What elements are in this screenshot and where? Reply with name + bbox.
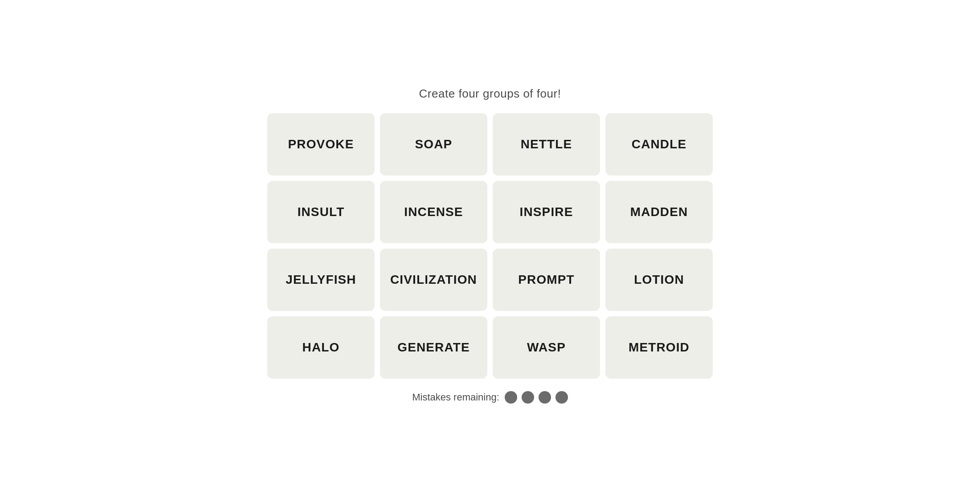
tile-wasp[interactable]: WASP: [493, 316, 600, 379]
tile-label-provoke: PROVOKE: [288, 137, 354, 151]
tile-label-inspire: INSPIRE: [520, 205, 573, 219]
tile-label-civilization: CIVILIZATION: [390, 273, 477, 287]
tile-inspire[interactable]: INSPIRE: [493, 181, 600, 243]
tile-candle[interactable]: CANDLE: [605, 113, 713, 176]
tile-label-metroid: METROID: [629, 340, 690, 355]
game-container: Create four groups of four! PROVOKESOAPN…: [267, 87, 713, 404]
tile-label-nettle: NETTLE: [521, 137, 572, 151]
mistake-dot-4: [555, 391, 568, 404]
tile-label-generate: GENERATE: [397, 340, 470, 355]
tile-halo[interactable]: HALO: [267, 316, 375, 379]
mistake-dot-2: [522, 391, 534, 404]
tile-metroid[interactable]: METROID: [605, 316, 713, 379]
tile-jellyfish[interactable]: JELLYFISH: [267, 249, 375, 311]
tile-label-jellyfish: JELLYFISH: [286, 273, 356, 287]
tile-label-candle: CANDLE: [632, 137, 686, 151]
tile-madden[interactable]: MADDEN: [605, 181, 713, 243]
mistakes-dots: [505, 391, 568, 404]
tile-nettle[interactable]: NETTLE: [493, 113, 600, 176]
tile-label-incense: INCENSE: [404, 205, 463, 219]
tile-label-wasp: WASP: [527, 340, 566, 355]
tile-civilization[interactable]: CIVILIZATION: [380, 249, 487, 311]
tile-label-halo: HALO: [302, 340, 340, 355]
tile-generate[interactable]: GENERATE: [380, 316, 487, 379]
tile-label-insult: INSULT: [298, 205, 345, 219]
tile-prompt[interactable]: PROMPT: [493, 249, 600, 311]
tile-provoke[interactable]: PROVOKE: [267, 113, 375, 176]
tile-soap[interactable]: SOAP: [380, 113, 487, 176]
tile-label-prompt: PROMPT: [518, 273, 575, 287]
subtitle: Create four groups of four!: [419, 87, 561, 101]
mistakes-label: Mistakes remaining:: [412, 392, 499, 403]
tile-lotion[interactable]: LOTION: [605, 249, 713, 311]
tile-incense[interactable]: INCENSE: [380, 181, 487, 243]
tile-label-madden: MADDEN: [630, 205, 688, 219]
tile-insult[interactable]: INSULT: [267, 181, 375, 243]
mistake-dot-1: [505, 391, 517, 404]
mistake-dot-3: [539, 391, 551, 404]
tile-label-soap: SOAP: [415, 137, 453, 151]
tile-grid: PROVOKESOAPNETTLECANDLEINSULTINCENSEINSP…: [267, 113, 713, 379]
tile-label-lotion: LOTION: [634, 273, 684, 287]
mistakes-section: Mistakes remaining:: [412, 391, 568, 404]
